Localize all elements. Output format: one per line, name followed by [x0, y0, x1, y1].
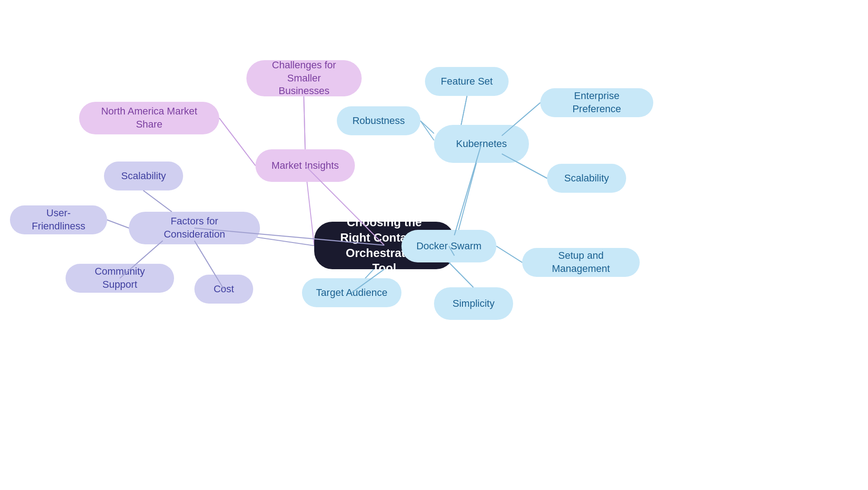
challenges-node[interactable]: Challenges for Smaller Businesses — [246, 60, 362, 96]
svg-line-22 — [219, 118, 255, 166]
scalability-right-node[interactable]: Scalability — [547, 164, 626, 193]
enterprise-pref-label: Enterprise Preference — [553, 90, 641, 115]
svg-line-14 — [420, 121, 434, 133]
market-insights-node[interactable]: Market Insights — [255, 149, 355, 182]
scalability-right-label: Scalability — [564, 172, 609, 185]
svg-line-25 — [107, 220, 129, 228]
simplicity-label: Simplicity — [453, 297, 495, 310]
factors-label: Factors for Consideration — [142, 215, 247, 241]
cost-label: Cost — [213, 283, 234, 296]
svg-line-7 — [143, 190, 172, 212]
scalability-left-node[interactable]: Scalability — [104, 162, 183, 190]
simplicity-node[interactable]: Simplicity — [434, 287, 513, 320]
target-audience-label: Target Audience — [316, 286, 387, 300]
robustness-label: Robustness — [352, 114, 405, 128]
kubernetes-label: Kubernetes — [456, 138, 507, 151]
market-insights-label: Market Insights — [271, 159, 339, 172]
svg-line-33 — [449, 262, 473, 287]
svg-line-23 — [304, 96, 305, 149]
docker-swarm-node[interactable]: Docker Swarm — [401, 230, 496, 262]
north-america-label: North America Market Share — [92, 105, 207, 131]
north-america-node[interactable]: North America Market Share — [79, 102, 219, 134]
user-friendliness-node[interactable]: User-Friendliness — [10, 205, 107, 234]
factors-node[interactable]: Factors for Consideration — [129, 212, 260, 244]
challenges-label: Challenges for Smaller Businesses — [259, 59, 349, 98]
community-support-node[interactable]: Community Support — [66, 264, 174, 293]
docker-swarm-label: Docker Swarm — [416, 240, 481, 253]
kubernetes-node[interactable]: Kubernetes — [434, 125, 529, 163]
svg-line-16 — [449, 262, 473, 287]
svg-line-31 — [420, 121, 434, 140]
svg-line-6 — [304, 96, 305, 149]
svg-line-32 — [496, 246, 522, 262]
svg-line-28 — [461, 96, 467, 125]
target-audience-node[interactable]: Target Audience — [302, 278, 401, 307]
svg-line-8 — [107, 220, 129, 228]
feature-set-node[interactable]: Feature Set — [425, 67, 509, 96]
svg-line-24 — [143, 190, 172, 212]
svg-line-15 — [496, 246, 522, 262]
setup-management-node[interactable]: Setup and Management — [522, 248, 640, 277]
feature-set-label: Feature Set — [441, 75, 493, 88]
community-support-label: Community Support — [78, 265, 161, 291]
setup-management-label: Setup and Management — [535, 249, 627, 275]
svg-line-11 — [461, 96, 467, 125]
cost-node[interactable]: Cost — [194, 275, 253, 304]
enterprise-pref-node[interactable]: Enterprise Preference — [540, 88, 653, 117]
robustness-node[interactable]: Robustness — [337, 106, 420, 135]
svg-line-5 — [219, 118, 255, 166]
user-friendliness-label: User-Friendliness — [23, 207, 94, 233]
scalability-left-label: Scalability — [121, 170, 166, 183]
